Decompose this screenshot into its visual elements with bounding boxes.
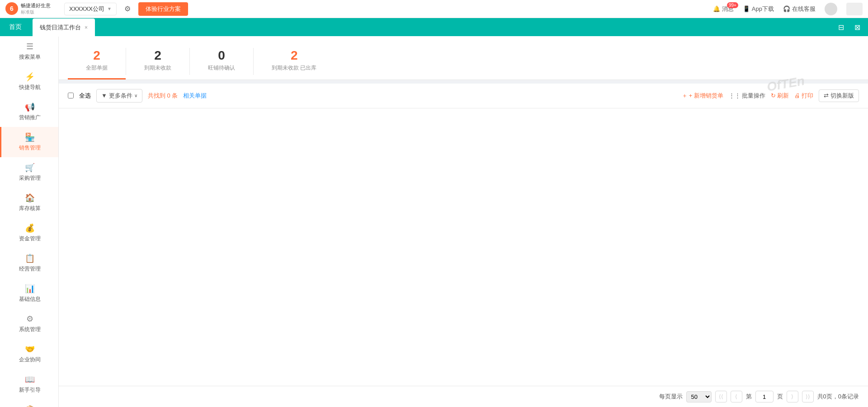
- sidebar-item-12[interactable]: 📦 应用中心: [0, 399, 58, 407]
- table-area: [59, 108, 868, 386]
- print-icon: 🖨: [794, 92, 800, 99]
- related-link[interactable]: 相关单据: [183, 92, 207, 100]
- message-badge: 99+: [727, 2, 738, 8]
- page-first-label: 第: [746, 393, 752, 401]
- last-page-button[interactable]: ⟩⟩: [802, 391, 814, 402]
- print-label: 打印: [802, 92, 813, 100]
- page-size-label: 每页显示: [659, 393, 683, 401]
- stat-tab-2[interactable]: 0 旺铺待确认: [190, 43, 253, 80]
- sidebar-label-9: 系统管理: [19, 326, 41, 333]
- online-service-button[interactable]: 🎧 在线客服: [783, 5, 816, 13]
- sidebar-item-4[interactable]: 🛒 采购管理: [0, 157, 58, 187]
- top-bar: 6 畅捷通好生意 标准版 XXXXXX公司 ▼ ⚙ 体验行业方案 🔔 消息 99…: [0, 0, 868, 18]
- sidebar-icon-11: 📖: [25, 374, 35, 384]
- sidebar-icon-7: 📋: [25, 253, 35, 263]
- sidebar-item-5[interactable]: 🏠 库存核算: [0, 187, 58, 218]
- next-page-button[interactable]: ⟩: [787, 391, 798, 402]
- sidebar-label-2: 营销推广: [19, 114, 41, 122]
- sidebar-icon-10: 🤝: [25, 344, 35, 354]
- page-unit: 页: [777, 393, 783, 401]
- sidebar-icon-5: 🏠: [25, 193, 35, 203]
- sidebar-item-6[interactable]: 💰 资金管理: [0, 218, 58, 248]
- stats-tabs: 2 全部单据 2 到期未收款 0 旺铺待确认 2 到期未收款 已出库: [59, 36, 868, 80]
- stat-label-1: 到期未收款: [144, 64, 171, 72]
- chevron-down-icon: ▼: [107, 6, 112, 11]
- switch-version-button[interactable]: ⇄ 切换新版: [819, 89, 859, 102]
- stat-num-1: 2: [154, 48, 161, 63]
- content-area: 2 全部单据 2 到期未收款 0 旺铺待确认 2 到期未收款 已出库 全选 ▼ …: [59, 36, 868, 407]
- plus-icon: ＋: [682, 92, 688, 100]
- app-download-button[interactable]: 📱 App下载: [743, 5, 774, 13]
- switch-label: 切换新版: [830, 92, 854, 100]
- close-tab-icon[interactable]: ×: [85, 24, 88, 31]
- stat-num-2: 0: [218, 48, 225, 63]
- filter-button[interactable]: ▼ 更多条件 ∨: [96, 89, 142, 103]
- batch-icon: ⋮⋮: [729, 92, 741, 99]
- found-unit: 条: [172, 92, 178, 99]
- tab-label: 钱货日清工作台: [40, 23, 81, 32]
- app-download-label: App下载: [752, 5, 774, 13]
- company-selector[interactable]: XXXXXX公司 ▼: [64, 3, 117, 15]
- trial-button[interactable]: 体验行业方案: [138, 2, 188, 16]
- logo-text: 畅捷通好生意: [21, 2, 51, 9]
- top-right: 🔔 消息 99+ 📱 App下载 🎧 在线客服: [713, 3, 863, 15]
- sidebar-icon-4: 🛒: [25, 163, 35, 173]
- download-icon: 📱: [743, 5, 750, 12]
- print-button[interactable]: 🖨 打印: [794, 92, 813, 100]
- logo-tag: 标准版: [21, 9, 51, 15]
- tab-active[interactable]: 钱货日清工作台 ×: [33, 19, 95, 37]
- message-button[interactable]: 🔔 消息 99+: [713, 5, 734, 13]
- tab-bar: 首页 钱货日清工作台 × ⊟ ⊠: [0, 18, 868, 36]
- sidebar-label-8: 基础信息: [19, 295, 41, 303]
- refresh-label: 刷新: [777, 92, 789, 100]
- tab-home[interactable]: 首页: [0, 18, 31, 36]
- batch-operation-button[interactable]: ⋮⋮ 批量操作: [729, 92, 765, 100]
- select-all-label: 全选: [79, 92, 91, 100]
- stat-tab-0[interactable]: 2 全部单据: [68, 43, 126, 80]
- sidebar-label-3: 销售管理: [19, 144, 41, 152]
- minimize-button[interactable]: ⊟: [835, 21, 847, 33]
- total-count-label: 共0页，0条记录: [817, 393, 859, 401]
- main-layout: ☰ 搜索菜单 ⚡ 快捷导航 📢 营销推广 🏪 销售管理 🛒 采购管理 🏠 库存核…: [0, 36, 868, 407]
- sidebar-item-9[interactable]: ⚙ 系统管理: [0, 309, 58, 339]
- stat-num-0: 2: [93, 48, 100, 63]
- sidebar-icon-8: 📊: [25, 284, 35, 294]
- pagination: 每页显示 50 100 200 ⟨⟨ ⟨ 第 页 ⟩ ⟩⟩ 共0页，0条记录: [59, 386, 868, 407]
- sidebar-label-10: 企业协同: [19, 356, 41, 364]
- stat-label-0: 全部单据: [86, 64, 108, 72]
- maximize-button[interactable]: ⊠: [851, 21, 863, 33]
- sidebar-icon-2: 📢: [25, 102, 35, 112]
- sidebar-item-11[interactable]: 📖 新手引导: [0, 369, 58, 399]
- settings-button[interactable]: ⚙: [121, 3, 134, 15]
- add-btn-label: + 新增销货单: [689, 92, 723, 100]
- stat-label-2: 旺铺待确认: [208, 64, 235, 72]
- sidebar-label-11: 新手引导: [19, 386, 41, 394]
- found-count: 共找到 0 条: [148, 92, 178, 100]
- filter-label: 更多条件: [109, 92, 132, 100]
- page-size-select[interactable]: 50 100 200: [686, 391, 712, 402]
- sidebar-item-10[interactable]: 🤝 企业协同: [0, 339, 58, 369]
- page-number-input[interactable]: [755, 391, 774, 402]
- sidebar-item-3[interactable]: 🏪 销售管理: [0, 127, 58, 157]
- sidebar-item-0[interactable]: ☰ 搜索菜单: [0, 36, 58, 66]
- sidebar-icon-6: 💰: [25, 223, 35, 233]
- refresh-icon: ↻: [771, 92, 776, 99]
- sidebar-item-8[interactable]: 📊 基础信息: [0, 278, 58, 309]
- first-page-button[interactable]: ⟨⟨: [715, 391, 727, 402]
- tab-bar-right: ⊟ ⊠: [835, 21, 868, 33]
- user-menu[interactable]: [846, 3, 863, 15]
- sidebar-item-7[interactable]: 📋 经营管理: [0, 248, 58, 278]
- prev-page-button[interactable]: ⟨: [731, 391, 742, 402]
- select-all-checkbox[interactable]: [68, 93, 74, 98]
- found-prefix: 共找到: [148, 92, 165, 99]
- sidebar-item-1[interactable]: ⚡ 快捷导航: [0, 66, 58, 97]
- avatar[interactable]: [825, 3, 837, 15]
- stat-tab-3[interactable]: 2 到期未收款 已出库: [254, 43, 335, 80]
- toolbar-right: ＋ + 新增销货单 ⋮⋮ 批量操作 ↻ 刷新 🖨 打印 ⇄ 切换新版: [682, 89, 859, 102]
- sidebar-label-1: 快捷导航: [19, 84, 41, 91]
- sidebar-label-0: 搜索菜单: [19, 53, 41, 61]
- add-sale-order-button[interactable]: ＋ + 新增销货单: [682, 92, 723, 100]
- refresh-button[interactable]: ↻ 刷新: [771, 92, 789, 100]
- sidebar-item-2[interactable]: 📢 营销推广: [0, 97, 58, 127]
- stat-tab-1[interactable]: 2 到期未收款: [126, 43, 189, 80]
